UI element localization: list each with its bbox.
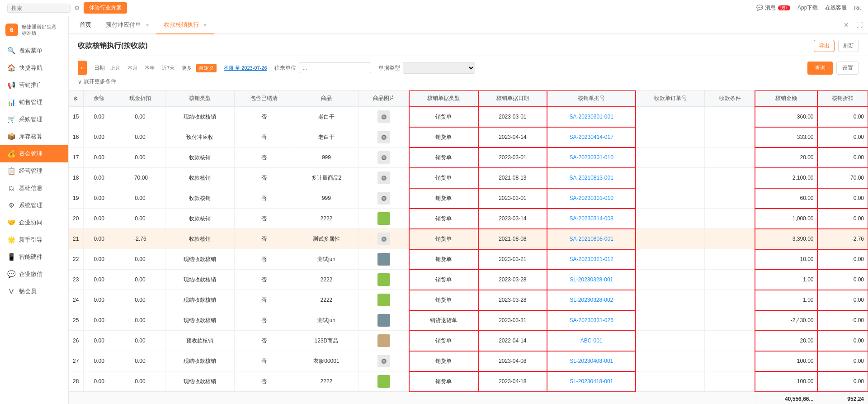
refresh-button[interactable]: 刷新 — [838, 40, 859, 52]
writeoff-number-link[interactable]: SA-20230314-008 — [569, 215, 613, 222]
table-row[interactable]: 26 0.00 0.00 预收款核销 否 123D商品 销货单 2022-04-… — [69, 331, 868, 351]
th-settings[interactable]: ⚙ — [69, 90, 83, 107]
cell-writeoff-number[interactable]: SL-20230328-002 — [547, 290, 636, 310]
sidebar-item-collab[interactable]: 🤝 企业协同 — [0, 214, 68, 231]
date-btn-7days[interactable]: 近7天 — [159, 64, 177, 72]
cell-writeoff-number[interactable]: SL-20230408-001 — [547, 351, 636, 371]
sidebar-item-marketing[interactable]: 📢 营销推广 — [0, 76, 68, 94]
cell-writeoff-number[interactable]: SA-20230301-010 — [547, 147, 636, 168]
table-row[interactable]: 19 0.00 0.00 收款核销 否 999 🔘 销货单 2023-03-01… — [69, 188, 868, 209]
writeoff-number-link[interactable]: SL-20230328-002 — [570, 297, 613, 303]
writeoff-number-link[interactable]: SA-20230301-010 — [569, 154, 613, 161]
table-row[interactable]: 24 0.00 0.00 现结收款核销 否 2222 销货单 2023-03-2… — [69, 290, 868, 310]
sidebar-item-inventory[interactable]: 📦 库存核算 — [0, 128, 68, 145]
sidebar-item-purchase[interactable]: 🛒 采购管理 — [0, 111, 68, 128]
sidebar-item-system[interactable]: ⚙ 系统管理 — [0, 197, 68, 214]
writeoff-number-link[interactable]: SA-20230301-010 — [569, 195, 613, 201]
gear-icon[interactable]: ⚙ — [74, 5, 80, 12]
expand-arrow-button[interactable]: » — [78, 61, 87, 75]
expand-more-conditions[interactable]: ∨ 展开更多条件 — [78, 78, 859, 86]
cell-writeoff-number[interactable]: SA-20230331-026 — [547, 310, 636, 331]
writeoff-number-link[interactable]: SA-20210813-001 — [569, 175, 613, 181]
cell-receipt-order-no — [636, 229, 705, 249]
writeoff-number-link[interactable]: SA-20230301-001 — [569, 114, 613, 120]
sidebar-item-finance[interactable]: 💰 资金管理 — [0, 145, 68, 162]
sidebar-item-quicknav[interactable]: 🏠 快捷导航 — [0, 59, 68, 76]
cell-writeoff-number[interactable]: SA-20230321-012 — [547, 249, 636, 270]
scroll-area[interactable]: ⚙ 余额 现金折扣 核销类型 包含已结清 商品 商品图片 核销单据类型 核销单据… — [69, 90, 868, 404]
date-btn-prev-month[interactable]: 上月 — [108, 64, 123, 72]
table-row[interactable]: 21 0.00 -2.76 收款核销 否 测试多属性 🔘 销货单 2021-08… — [69, 229, 868, 249]
cell-writeoff-number[interactable]: SA-20230414-017 — [547, 127, 636, 147]
writeoff-number-link[interactable]: SA-20230414-017 — [569, 134, 613, 140]
sidebar-item-hardware[interactable]: 📱 智能硬件 — [0, 248, 68, 266]
table-row[interactable]: 22 0.00 0.00 现结收款核销 否 测试jun 销货单 2023-03-… — [69, 249, 868, 270]
message-area[interactable]: 💬 消息 99+ — [756, 4, 790, 12]
sidebar-item-search[interactable]: 🔍 搜索菜单 — [0, 42, 68, 59]
data-table: ⚙ 余额 现金折扣 核销类型 包含已结清 商品 商品图片 核销单据类型 核销单据… — [69, 90, 868, 404]
date-range-link[interactable]: 不限 至 2023-07-26 — [224, 65, 267, 71]
sidebar-item-member[interactable]: V 畅会员 — [0, 283, 68, 300]
sidebar-item-guide[interactable]: 🌟 新手引导 — [0, 231, 68, 248]
sidebar-item-wechat[interactable]: 💬 企业微信 — [0, 266, 68, 283]
table-row[interactable]: 15 0.00 0.00 现结收款核销 否 老白干 🔘 销货单 2023-03-… — [69, 107, 868, 127]
writeoff-number-link[interactable]: SA-20210808-001 — [569, 236, 613, 242]
cell-writeoff-discount: -70.00 — [817, 168, 868, 188]
writeoff-number-link[interactable]: ABC-001 — [580, 337, 603, 344]
tab-collection-close[interactable]: ✕ — [203, 23, 207, 28]
table-row[interactable]: 18 0.00 -70.00 收款核销 否 多计量商品2 🔘 销货单 2021-… — [69, 168, 868, 188]
sales-icon: 📊 — [7, 98, 15, 106]
cell-balance: 0.00 — [83, 229, 115, 249]
date-btn-more[interactable]: 更多 — [179, 64, 194, 72]
tab-prepay-close[interactable]: ✕ — [146, 23, 149, 28]
cell-goods: 测试多属性 — [294, 229, 359, 249]
settings-button[interactable]: 设置 — [836, 62, 859, 75]
cell-writeoff-number[interactable]: SA-20230301-001 — [547, 107, 636, 127]
cell-writeoff-number[interactable]: SL-20230418-001 — [547, 371, 636, 392]
table-row[interactable]: 23 0.00 0.00 现结收款核销 否 2222 销货单 2023-03-2… — [69, 270, 868, 290]
online-service-link[interactable]: 在线客服 — [825, 4, 847, 12]
tab-prepay[interactable]: 预付冲应付单 ✕ — [99, 16, 156, 34]
tab-expand-icon[interactable]: ⛶ — [854, 20, 864, 29]
cell-writeoff-number[interactable]: SA-20230314-008 — [547, 209, 636, 229]
cell-writeoff-number[interactable]: SA-20230301-010 — [547, 188, 636, 209]
table-row[interactable]: 28 0.00 0.00 现结收款核销 否 2222 销货单 2023-04-1… — [69, 371, 868, 392]
query-button[interactable]: 查询 — [807, 62, 833, 75]
voucher-type-select[interactable] — [403, 62, 475, 74]
cell-writeoff-voucher-type: 销货单 — [409, 147, 478, 168]
filter-partner-item: 往来单位 — [274, 62, 371, 73]
cell-cash-discount: 0.00 — [115, 310, 165, 331]
table-row[interactable]: 25 0.00 0.00 现结收款核销 否 测试jun 销货退货单 2023-0… — [69, 310, 868, 331]
writeoff-number-link[interactable]: SL-20230328-001 — [570, 276, 613, 283]
sidebar-item-sales[interactable]: 📊 销售管理 — [0, 94, 68, 111]
writeoff-number-link[interactable]: SL-20230418-001 — [570, 378, 613, 385]
date-btn-this-month[interactable]: 本月 — [125, 64, 140, 72]
table-row[interactable]: 27 0.00 0.00 现结收款核销 否 衣服00001 🔘 销货单 2023… — [69, 351, 868, 371]
cell-writeoff-number[interactable]: SL-20230328-001 — [547, 270, 636, 290]
cell-writeoff-number[interactable]: SA-20210808-001 — [547, 229, 636, 249]
hardware-icon: 📱 — [7, 253, 15, 261]
partner-input[interactable] — [299, 62, 371, 73]
search-input[interactable] — [7, 4, 71, 13]
table-row[interactable]: 20 0.00 0.00 收款核销 否 2222 销货单 2023-03-14 … — [69, 209, 868, 229]
date-btn-this-year[interactable]: 本年 — [142, 64, 157, 72]
table-row[interactable]: 17 0.00 0.00 收款核销 否 999 🔘 销货单 2023-03-01… — [69, 147, 868, 168]
app-download-link[interactable]: App下载 — [797, 4, 818, 12]
writeoff-number-link[interactable]: SA-20230331-026 — [569, 317, 613, 323]
cell-writeoff-number[interactable]: ABC-001 — [547, 331, 636, 351]
export-button[interactable]: 导出 — [814, 40, 835, 52]
tab-collection[interactable]: 收款核销执行 ✕ — [156, 16, 214, 34]
cell-cash-discount: 0.00 — [115, 127, 165, 147]
cell-writeoff-type: 收款核销 — [165, 147, 235, 168]
table-row[interactable]: 16 0.00 0.00 预付冲应收 否 老白干 🔘 销货单 2023-04-1… — [69, 127, 868, 147]
cell-writeoff-number[interactable]: SA-20210813-001 — [547, 168, 636, 188]
writeoff-number-link[interactable]: SA-20230321-012 — [569, 256, 613, 262]
cell-writeoff-date: 2023-04-14 — [478, 127, 547, 147]
sidebar-item-business[interactable]: 📋 经营管理 — [0, 162, 68, 180]
date-btn-custom[interactable]: 自定义 — [196, 64, 217, 72]
tab-close-icon[interactable]: ✕ — [842, 20, 851, 29]
sidebar-item-base[interactable]: 🗂 基础信息 — [0, 180, 68, 197]
writeoff-number-link[interactable]: SL-20230408-001 — [570, 358, 613, 364]
tab-home[interactable]: 首页 — [72, 16, 99, 34]
industry-solution-button[interactable]: 休验行业方案 — [84, 2, 127, 14]
